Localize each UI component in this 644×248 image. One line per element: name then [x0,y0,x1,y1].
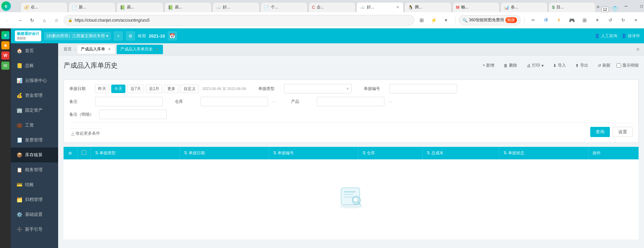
sidebar-item-inventory[interactable]: 📦 库存核算 [11,148,58,162]
type-select[interactable]: ▾ [284,84,352,93]
header-checkbox[interactable] [81,150,86,155]
human-service-button[interactable]: 👤 人工咨询 [595,33,617,39]
sidebar-item-home[interactable]: 🏠 首页 [11,43,58,58]
scissors-icon[interactable]: ✂ [528,15,539,26]
display-toggle[interactable]: 显示明细 [617,63,639,68]
grid-icon[interactable]: ⊞ [416,15,427,26]
back-button[interactable]: ← [3,15,13,25]
7days-button[interactable]: 近7天 [127,85,144,93]
tab-8-close[interactable]: ✕ [396,4,400,10]
tab-history[interactable]: 产成品入库单历史 ✕ [117,45,163,54]
tab-list[interactable]: 产成品入库单 ✕ [77,45,115,54]
sidebar-item-newentry[interactable]: ➕ 新手引导 [11,222,58,237]
sun-icon[interactable]: ☀ [592,15,603,26]
forward-button[interactable]: → [15,15,25,25]
tab-10[interactable]: M 畅... [452,2,500,12]
display-checkbox[interactable] [617,63,621,68]
home-nav-button[interactable]: ⌂ [39,15,49,25]
app-icon-mail[interactable]: ✉ [1,62,9,70]
maximize-button[interactable]: □ [634,0,644,12]
col-settings[interactable]: ⚙ [64,147,77,159]
col-cost[interactable]: ⇅ 总成本 [423,147,499,159]
refresh-button[interactable]: ↺ 刷新 [594,61,614,70]
app-icon-weibo[interactable]: W [1,51,9,60]
delete-button[interactable]: 🗑 删除 [500,61,521,70]
sidebar-item-invoice[interactable]: 🧾 发票管理 [11,133,58,148]
sidebar-item-ledger[interactable]: 📒 总账 [11,58,58,73]
gamepad-icon[interactable]: 🎮 [566,15,577,26]
yesterday-button[interactable]: 昨天 [95,85,109,93]
sidebar-item-funds[interactable]: 💰 资金管理 [11,88,58,103]
sidebar-item-reports[interactable]: 📊 云报表中心 [11,73,58,88]
warehouse-dots[interactable]: ··· [269,99,279,104]
tab-11[interactable]: 📊 各... [500,2,548,12]
add-company-button[interactable]: + [114,31,123,41]
col-status[interactable]: ⇅ 单据状态 [499,147,589,159]
1month-button[interactable]: 近1月 [146,85,163,93]
new-button[interactable]: + 新增 [479,61,498,70]
tab-1[interactable]: 🧭 在... [20,2,68,12]
today-button[interactable]: 今天 [111,85,125,93]
remark-input[interactable] [95,97,163,106]
minimize-button[interactable]: ─ [618,0,634,12]
export-button[interactable]: ⬆ 导出 [572,61,592,70]
sidebar-item-tax[interactable]: 📋 税务管理 [11,162,58,177]
app-icon-chanjet[interactable]: e [1,31,9,39]
lightning-icon[interactable]: ⚡ [429,15,439,26]
company-selector[interactable]: (勿删勿禁用）江西服宝测试专用 ▾ [44,32,111,40]
undo-icon[interactable]: ↺ [605,15,616,26]
sidebar-item-archive[interactable]: 🗂️ 归档管理 [11,192,58,207]
col-warehouse[interactable]: ⇅ 仓库 [358,147,422,159]
tab-history-close[interactable]: ✕ [155,46,159,52]
number-input[interactable] [389,84,457,93]
dropdown-icon[interactable]: ▾ [441,15,452,26]
warehouse-input[interactable] [200,97,268,106]
menu-icon[interactable]: ≡ [630,15,641,26]
tab-3[interactable]: 📗 易... [116,2,164,12]
import-button[interactable]: ⬇ 导入 [550,61,569,70]
product-dots[interactable]: ··· [386,99,395,104]
redo-icon[interactable]: ↻ [618,15,628,26]
close-panel-button[interactable]: ✕ [635,45,641,53]
custom-date-button[interactable]: 自定义 [181,85,199,93]
new-tab-button[interactable]: + [596,2,600,12]
app-icon-star[interactable]: ★ [1,41,9,49]
address-input[interactable]: 🔒 https://cloud.chanjet.com/accounting/u… [64,15,414,26]
collapse-button[interactable]: △ 收起更多条件 [69,128,102,138]
detail-remark-input[interactable] [99,110,167,119]
tab-7[interactable]: C 企... [308,2,356,12]
tab-list-close[interactable]: ✕ [107,46,112,52]
tab-5[interactable]: ☁️ 好... [212,2,260,12]
more-date-button[interactable]: 更多 [164,85,178,93]
filter-settings-button[interactable]: 设置 [613,127,633,137]
tab-list-label: 产成品入库单 [81,46,105,52]
col-number[interactable]: ⇅ 单据编号 [269,147,358,159]
product-input[interactable] [317,97,384,106]
user-avatar[interactable]: 👤 徐泽华 [621,33,640,39]
settings-gear-button[interactable]: ⚙ [126,31,135,41]
apps-icon[interactable]: ⊞ [579,15,590,26]
tab-8[interactable]: ☁️ 好... ✕ [356,2,404,12]
sidebar-item-base-settings[interactable]: ⚙️ 基础设置 [11,207,58,222]
breadcrumb-home[interactable]: 首页 [61,46,74,52]
bookmark-button[interactable]: ☆ [51,15,62,25]
sidebar-item-checkout[interactable]: 💳 结账 [11,177,58,192]
col-type[interactable]: ⇅ 单据类型 [91,147,180,159]
col-check[interactable] [77,147,91,159]
tab-4[interactable]: 📗 易... [164,2,212,12]
refresh-nav-button[interactable]: ↻ [27,15,37,25]
sidebar-item-wages[interactable]: 💼 工资 [11,118,58,133]
print-button[interactable]: 🖨 打印 ▾ [523,61,547,70]
query-button[interactable]: 查询 [590,127,610,137]
tab-counter[interactable]: 12 [601,7,609,12]
calendar-button[interactable]: 📅 [168,31,177,41]
sidebar-item-assets[interactable]: 🏢 固定资产 [11,103,58,118]
tab-6[interactable]: 📄 个... [260,2,308,12]
search-360[interactable]: 🔍 360智能抠图免费用 热搜 [459,15,521,25]
translate-icon[interactable]: 译 [541,15,551,26]
tab-12[interactable]: S 目... [548,2,596,12]
tab-9[interactable]: 🐧 腾... [404,2,452,12]
col-date[interactable]: ⇅ 单据日期 [180,147,269,159]
tab-2[interactable]: 📄 新... [68,2,116,12]
yuan-icon[interactable]: ¥ [553,15,564,26]
